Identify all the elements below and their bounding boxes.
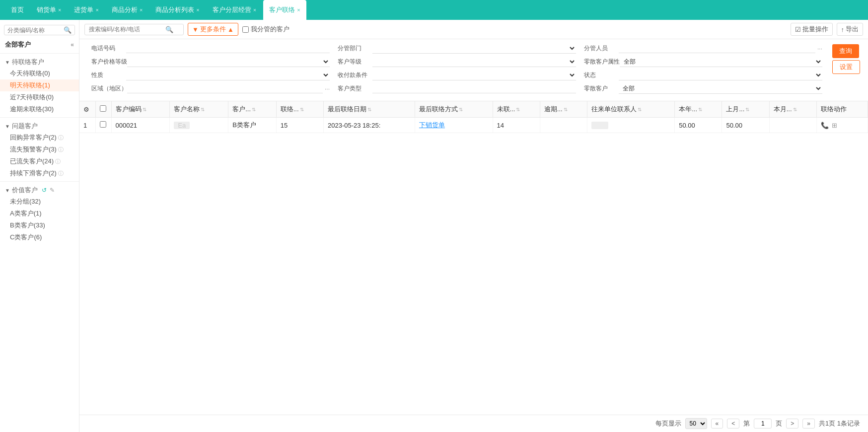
nav-purchase-order[interactable]: 进货单 × xyxy=(68,0,104,20)
col-checkbox[interactable] xyxy=(95,101,111,118)
filter-cell-price-grade: 客户价格等级 xyxy=(87,57,334,67)
prev-page-button[interactable]: < xyxy=(727,419,739,429)
filter-select-customer-grade[interactable] xyxy=(372,57,576,67)
row-checkbox-0[interactable] xyxy=(100,121,106,128)
sidebar-item-tomorrow-contact[interactable]: 明天待联络(1) xyxy=(0,79,79,91)
sidebar-item-class-c[interactable]: C类客户(6) xyxy=(0,231,79,243)
nav-close-customer-layered[interactable]: × xyxy=(253,7,256,13)
col-customer-type[interactable]: 客户...⇅ xyxy=(228,101,277,118)
first-page-button[interactable]: « xyxy=(711,419,723,429)
filter-select-payment[interactable] xyxy=(372,70,576,80)
filter-select-retail-customer[interactable]: 全部 xyxy=(619,83,822,94)
filter-input-person[interactable] xyxy=(619,44,815,53)
filter-dots-person[interactable]: ··· xyxy=(817,45,822,52)
col-contact-count[interactable]: 联络...⇅ xyxy=(276,101,323,118)
sidebar-search-box[interactable]: 🔍 xyxy=(4,25,75,35)
sidebar-collapse-btn[interactable]: « xyxy=(71,41,74,48)
page-label: 第 xyxy=(743,419,750,428)
nav-close-product-analysis[interactable]: × xyxy=(140,7,143,13)
col-this-month[interactable]: 本月...⇅ xyxy=(769,101,816,118)
filter-select-price-grade[interactable] xyxy=(127,57,330,67)
all-customers-label[interactable]: 全部客户 « xyxy=(0,38,79,51)
col-last-month[interactable]: 上月...⇅ xyxy=(722,101,769,118)
sidebar-item-today-contact[interactable]: 今天待联络(0) xyxy=(0,68,79,79)
search-input[interactable] xyxy=(89,26,163,33)
filter-select-status[interactable] xyxy=(619,70,822,80)
nav-close-purchase-order[interactable]: × xyxy=(95,7,98,13)
sidebar-item-churned[interactable]: 已流失客户(24) ⓘ xyxy=(0,155,79,167)
sidebar-item-ungrouped[interactable]: 未分组(32) xyxy=(0,196,79,208)
search-box[interactable]: 🔍 xyxy=(84,24,184,35)
group-label-value[interactable]: ▼ 价值客户 ↺ ✎ xyxy=(0,184,79,196)
sidebar-item-repurchase-abnormal[interactable]: 回购异常客户(2) ⓘ xyxy=(0,132,79,144)
col-unit-contact[interactable]: 往来单位联系人⇅ xyxy=(587,101,675,118)
query-button[interactable]: 查询 xyxy=(832,44,859,58)
col-this-year[interactable]: 本年...⇅ xyxy=(675,101,722,118)
action-phone-icon[interactable]: 📞 xyxy=(821,122,829,129)
sort-icon-year: ⇅ xyxy=(698,107,702,112)
page-number-input[interactable] xyxy=(754,419,772,429)
nav-customer-layered[interactable]: 客户分层经营 × xyxy=(207,0,262,20)
filter-chevron-icon: ▲ xyxy=(227,26,234,33)
cell-code: 000021 xyxy=(111,118,170,133)
sidebar-item-class-a[interactable]: A类客户(1) xyxy=(0,208,79,219)
sidebar-search-icon[interactable]: 🔍 xyxy=(64,26,72,34)
nav-customer-contact[interactable]: 客户联络 × xyxy=(263,0,306,20)
col-last-contact-date[interactable]: 最后联络日期⇅ xyxy=(324,101,415,118)
my-customers-checkbox[interactable] xyxy=(242,26,249,33)
filter-select-nature[interactable] xyxy=(126,70,330,80)
cell-last-method[interactable]: 下销货单 xyxy=(415,118,493,133)
sidebar-divider-2 xyxy=(0,117,79,118)
nav-close-sales-order[interactable]: × xyxy=(58,7,61,13)
filter-row-3: 性质 收付款条件 状态 xyxy=(87,70,826,80)
filter-label-retail-attr: 零散客户属性 xyxy=(584,58,620,66)
cell-action[interactable]: 📞 ⊞ xyxy=(816,118,868,133)
col-settings[interactable]: ⚙ xyxy=(79,101,95,118)
sidebar-item-7days-contact[interactable]: 近7天待联络(0) xyxy=(0,91,79,103)
group-label-problem[interactable]: ▼ 问题客户 xyxy=(0,120,79,132)
export-button[interactable]: ↑ 导出 xyxy=(837,23,864,36)
col-customer-name[interactable]: 客户名称⇅ xyxy=(170,101,228,118)
search-icon[interactable]: 🔍 xyxy=(165,26,173,33)
nav-home[interactable]: 首页 xyxy=(5,0,30,20)
filter-input-customer-type[interactable] xyxy=(372,84,576,93)
nav-sales-order[interactable]: 销货单 × xyxy=(31,0,67,20)
next-page-button[interactable]: > xyxy=(786,419,798,429)
nav-product-analysis-list[interactable]: 商品分析列表 × xyxy=(149,0,205,20)
sidebar-item-churn-warning[interactable]: 流失预警客户(3) ⓘ xyxy=(0,144,79,155)
col-no-contact[interactable]: 未联...⇅ xyxy=(493,101,540,118)
nav-product-analysis[interactable]: 商品分析 × xyxy=(106,0,148,20)
nav-close-customer-contact[interactable]: × xyxy=(297,7,300,13)
col-action[interactable]: 联络动作 xyxy=(816,101,868,118)
select-all-checkbox[interactable] xyxy=(100,105,106,112)
contact-method-link[interactable]: 下销货单 xyxy=(419,121,445,129)
batch-operation-button[interactable]: ☑ 批量操作 xyxy=(791,23,833,36)
filter-dots-region[interactable]: ··· xyxy=(325,85,330,92)
action-grid-icon[interactable]: ⊞ xyxy=(832,122,837,129)
sidebar-item-declining[interactable]: 持续下滑客户(2) ⓘ xyxy=(0,167,79,179)
sidebar: 🔍 全部客户 « ▼ 待联络客户 今天待联络(0) 明天待联络(1) 近7天待联… xyxy=(0,20,79,432)
value-group-edit[interactable]: ✎ xyxy=(50,187,55,194)
my-customers-checkbox-label[interactable]: 我分管的客户 xyxy=(242,25,289,34)
filter-input-region[interactable] xyxy=(127,84,323,93)
sidebar-item-class-b[interactable]: B类客户(33) xyxy=(0,219,79,231)
col-last-contact-method[interactable]: 最后联络方式⇅ xyxy=(415,101,493,118)
settings-icon[interactable]: ⚙ xyxy=(83,106,89,113)
more-filter-button[interactable]: ▼ 更多条件 ▲ xyxy=(188,23,238,36)
cell-checkbox[interactable] xyxy=(95,118,111,133)
nav-close-product-analysis-list[interactable]: × xyxy=(196,7,199,13)
filter-input-phone[interactable] xyxy=(126,44,330,53)
settings-button[interactable]: 设置 xyxy=(832,60,860,74)
toolbar: 🔍 ▼ 更多条件 ▲ 我分管的客户 ☑ 批量操作 ↑ 导出 xyxy=(79,20,868,39)
filter-select-retail-attr[interactable]: 全部 xyxy=(620,57,822,67)
group-label-pending[interactable]: ▼ 待联络客户 xyxy=(0,56,79,68)
col-customer-code[interactable]: 客户编码⇅ xyxy=(111,101,170,118)
value-group-refresh[interactable]: ↺ xyxy=(42,187,47,194)
last-page-button[interactable]: » xyxy=(802,419,815,429)
filter-select-dept[interactable] xyxy=(372,43,576,54)
sidebar-item-overdue-contact[interactable]: 逾期未联络(30) xyxy=(0,103,79,115)
col-overdue[interactable]: 逾期...⇅ xyxy=(540,101,587,118)
sidebar-search-input[interactable] xyxy=(7,27,64,34)
filter-label-customer-grade: 客户等级 xyxy=(338,58,372,66)
per-page-select[interactable]: 50 xyxy=(685,418,707,429)
